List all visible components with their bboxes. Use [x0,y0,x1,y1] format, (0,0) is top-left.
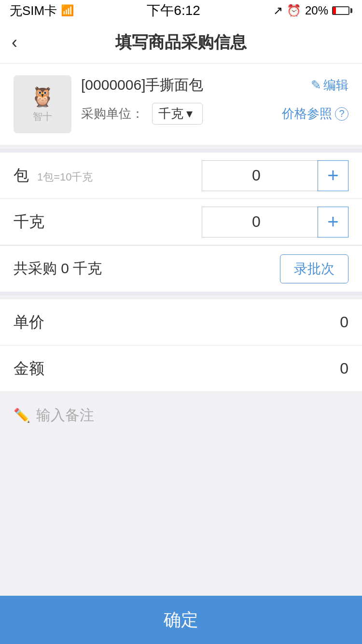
page-title: 填写商品采购信息 [115,31,247,54]
back-button[interactable]: ‹ [12,32,17,53]
edit-icon: ✎ [311,78,321,93]
status-right: ↗ ⏰ 20% [273,4,352,17]
notes-section: ✏️ 输入备注 [0,392,362,439]
product-card: 🦉 智十 [0000006]手撕面包 ✎ 编辑 采购单位： 千克 ▾ 价格参照 … [0,64,362,149]
nav-bar: ‹ 填写商品采购信息 [0,21,362,64]
amount-value: 0 [340,360,348,378]
batch-record-button[interactable]: 录批次 [280,254,348,283]
content-spacer [0,439,362,535]
status-time: 下午6:12 [147,1,200,20]
status-left: 无SIM卡 📶 [10,2,74,19]
bao-quantity-input[interactable] [202,160,318,191]
unit-price-label: 单价 [14,312,44,333]
product-logo-label: 智十 [33,110,52,123]
kg-input-right: + [202,207,348,238]
unit-price-row: 单价 0 [0,299,362,346]
battery-percent: 20% [305,4,328,17]
purchase-unit-label: 采购单位： [81,106,144,121]
confirm-bar[interactable]: 确定 [0,596,362,644]
purchase-unit-row: 采购单位： 千克 ▾ 价格参照 ? [81,103,348,125]
notes-row[interactable]: ✏️ 输入备注 [0,392,362,439]
bao-input-right: + [202,160,348,191]
bao-label-area: 包 1包=10千克 [14,165,93,186]
price-info-section: 单价 0 金额 0 [0,299,362,392]
wifi-icon: 📶 [61,4,74,17]
section-divider-1 [0,149,362,153]
carrier-label: 无SIM卡 [10,2,57,19]
purchase-unit-area: 采购单位： 千克 ▾ [81,103,203,125]
battery-indicator [332,6,352,15]
price-ref-label: 价格参照 [282,105,332,122]
kg-input-row: 千克 + [0,199,362,245]
section-divider-2 [0,292,362,295]
alarm-icon: ⏰ [287,4,301,17]
kg-label-area: 千克 [14,211,44,233]
total-purchase-text: 共采购 0 千克 [14,259,102,279]
price-ref-button[interactable]: 价格参照 ? [282,105,348,122]
notes-placeholder: 输入备注 [36,406,94,425]
bao-sublabel: 1包=10千克 [37,171,93,183]
amount-row: 金额 0 [0,346,362,392]
product-info: [0000006]手撕面包 ✎ 编辑 采购单位： 千克 ▾ 价格参照 ? [81,75,348,125]
edit-label: 编辑 [323,77,348,94]
bao-label: 包 [14,167,29,184]
kg-plus-button[interactable]: + [318,207,348,238]
unit-value: 千克 [158,105,183,122]
product-name: [0000006]手撕面包 [81,75,203,95]
edit-button[interactable]: ✎ 编辑 [311,77,348,94]
product-name-row: [0000006]手撕面包 ✎ 编辑 [81,75,348,95]
amount-label: 金额 [14,358,44,379]
quantity-input-section: 包 1包=10千克 + 千克 + [0,153,362,245]
chevron-down-icon: ▾ [186,106,193,121]
bao-plus-button[interactable]: + [318,160,348,191]
bao-input-row: 包 1包=10千克 + [0,153,362,199]
product-thumbnail: 🦉 智十 [14,75,71,133]
location-icon: ↗ [273,4,283,17]
pencil-icon: ✏️ [14,407,30,423]
summary-row: 共采购 0 千克 录批次 [0,245,362,292]
product-logo-icon: 🦉 [30,85,55,108]
kg-label: 千克 [14,213,44,230]
question-icon: ? [335,107,348,121]
confirm-button-label: 确定 [164,608,198,632]
unit-select[interactable]: 千克 ▾ [152,103,203,125]
kg-quantity-input[interactable] [202,207,318,238]
unit-price-value: 0 [340,313,348,331]
status-bar: 无SIM卡 📶 下午6:12 ↗ ⏰ 20% [0,0,362,21]
